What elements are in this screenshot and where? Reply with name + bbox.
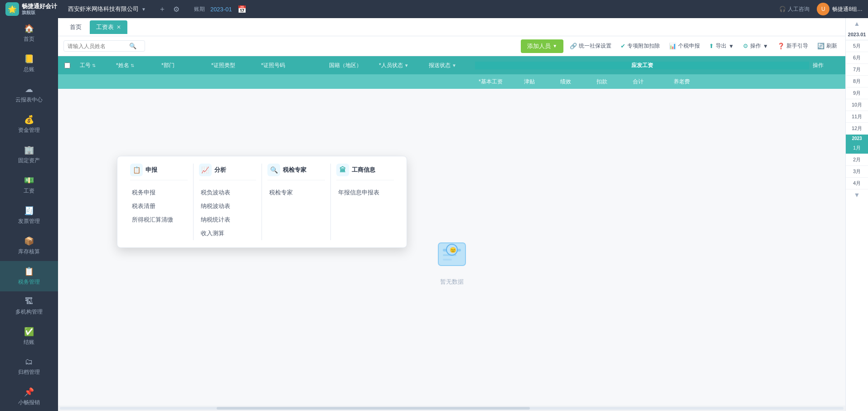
home-icon: 🏠 [24, 24, 34, 34]
year-panel: ▲ 2023.01 5月 6月 7月 8月 9月 10月 11月 12月 202… [845, 18, 868, 411]
toolbar-right: 添加人员 ▼ 🔗 统一社保设置 ✔ 专项附加扣除 📊 个税申报 ⬆ 导 [521, 39, 840, 53]
tax-burden-item[interactable]: 税负波动表 [199, 186, 257, 199]
select-all-checkbox[interactable] [64, 63, 70, 68]
tax-declaration-item[interactable]: 税务申报 [130, 186, 188, 199]
income-tax-calc-item[interactable]: 所得税汇算清缴 [130, 213, 188, 227]
th-idnum-label: *证照号码 [261, 62, 285, 69]
new-guide-btn[interactable]: ❓ 新手引导 [775, 40, 811, 52]
sidebar-item-marketing[interactable]: 📌 小畅报销 [0, 382, 58, 411]
th-sub-total: 合计 [629, 78, 670, 86]
special-deduction-btn[interactable]: ✔ 专项附加扣除 [618, 40, 663, 52]
month-6[interactable]: 6月 [846, 52, 868, 64]
scroll-thumb[interactable] [217, 407, 530, 410]
month-8[interactable]: 8月 [846, 76, 868, 87]
refresh-icon: 🔄 [817, 43, 824, 49]
export-btn[interactable]: ⬆ 导出 ▼ [706, 40, 737, 52]
th-id-label: 工号 [80, 62, 91, 69]
income-calc-item[interactable]: 收入测算 [199, 227, 257, 240]
month-10[interactable]: 10月 [846, 99, 868, 111]
closing-icon: ✅ [24, 327, 34, 337]
year-header-2023: 2023.01 [846, 29, 868, 40]
table-header: 工号 ⇅ *姓名 ⇅ *部门 *证照类型 *证照号码 [58, 56, 845, 74]
tab-close-icon[interactable]: ✕ [116, 24, 121, 30]
sidebar-item-inventory[interactable]: 📦 库存核算 [0, 231, 58, 261]
filter-report-icon[interactable]: ▼ [452, 63, 456, 68]
logo-text: 畅捷通好会计 旗舰版 [22, 3, 57, 15]
sidebar-item-closing[interactable]: ✅ 结账 [0, 321, 58, 352]
search-input-wrap: 🔍 [63, 40, 145, 52]
app-version: 旗舰版 [22, 10, 57, 15]
th-ops: 操作 [809, 62, 845, 69]
sort-name-icon[interactable]: ⇅ [131, 63, 134, 68]
sidebar-item-salary[interactable]: 💵 工资 [0, 170, 58, 200]
top-bar-actions: ＋ ⚙ 账期 2023-01 📅 [157, 3, 248, 16]
year-up-btn[interactable]: ▲ [846, 18, 868, 29]
filter-status-icon[interactable]: ▼ [404, 63, 409, 68]
tax-expert-item[interactable]: 税检专家 [267, 186, 325, 199]
month-7[interactable]: 7月 [846, 64, 868, 76]
th-sub-bonus: 津贴 [520, 78, 557, 86]
svg-rect-3 [443, 259, 452, 261]
logo-icon: 🌟 [5, 2, 19, 16]
new-guide-label: 新手引导 [786, 42, 808, 50]
th-idnum: *证照号码 [257, 62, 325, 69]
month-12[interactable]: 12月 [846, 123, 868, 135]
tax-stats-item[interactable]: 纳税统计表 [199, 213, 257, 227]
sidebar-item-tax[interactable]: 📋 税务管理 [0, 261, 58, 291]
sidebar-item-invoice[interactable]: 🧾 发票管理 [0, 200, 58, 231]
operations-btn[interactable]: ⚙ 操作 ▼ [740, 40, 771, 52]
year-down-btn[interactable]: ▼ [846, 189, 868, 200]
app-name: 畅捷通好会计 [22, 3, 57, 10]
export-label: 导出 [716, 42, 727, 50]
sidebar-item-ledger[interactable]: 📒 总账 [0, 48, 58, 79]
sidebar-item-cloud-report[interactable]: ☁ 云报表中心 [0, 79, 58, 109]
add-company-icon[interactable]: ＋ [157, 3, 168, 16]
tax-icon: 📋 [24, 266, 34, 276]
month-1[interactable]: 1月 [846, 142, 868, 154]
sort-id-icon[interactable]: ⇅ [92, 63, 96, 68]
user-avatar-area[interactable]: U 畅捷通8组… [817, 3, 863, 15]
scroll-container [58, 406, 845, 411]
sidebar-item-archive[interactable]: 🗂 归档管理 [0, 352, 58, 382]
scroll-bar[interactable] [58, 406, 845, 411]
customer-service-btn[interactable]: 🎧 人工咨询 [779, 5, 810, 13]
section-analysis-label: 分析 [214, 166, 226, 174]
tax-table-clear-item[interactable]: 税表清册 [130, 199, 188, 213]
sidebar-item-fixed-assets[interactable]: 🏢 固定资产 [0, 140, 58, 170]
tax-fluctuation-item[interactable]: 纳税波动表 [199, 199, 257, 213]
calendar-icon[interactable]: 📅 [236, 3, 248, 15]
month-4[interactable]: 4月 [846, 178, 868, 189]
sidebar-label-fund: 资金管理 [18, 126, 40, 134]
th-dept-label: *部门 [161, 62, 175, 69]
annual-report-item[interactable]: 年报信息申报表 [336, 186, 394, 199]
analysis-icon: 📈 [199, 164, 212, 176]
month-11[interactable]: 11月 [846, 111, 868, 123]
ops-icon: ⚙ [743, 43, 748, 49]
personal-tax-btn[interactable]: 📊 个税申报 [666, 40, 703, 52]
social-insurance-btn[interactable]: 🔗 统一社保设置 [567, 40, 614, 52]
sidebar-item-home[interactable]: 🏠 首页 [0, 18, 58, 48]
scroll-track [60, 407, 844, 410]
add-person-button[interactable]: 添加人员 ▼ [521, 39, 563, 53]
archive-icon: 🗂 [25, 357, 33, 367]
month-2[interactable]: 2月 [846, 154, 868, 166]
table-header-inner: 工号 ⇅ *姓名 ⇅ *部门 *证照类型 *证照号码 [58, 62, 845, 69]
month-9[interactable]: 9月 [846, 87, 868, 99]
company-selector[interactable]: 西安虾米网络科技有限公司 ▼ [64, 3, 150, 15]
th-nation-label: 国籍（地区） [329, 62, 362, 69]
search-input[interactable] [68, 43, 126, 49]
year-divider-2023: 2023 [846, 135, 868, 142]
tab-salary-table[interactable]: 工资表 ✕ [90, 20, 127, 34]
sidebar-item-multi-org[interactable]: 🏗 多机构管理 [0, 291, 58, 321]
th-sub-deduct: 扣款 [593, 78, 629, 86]
refresh-btn[interactable]: 🔄 刷新 [815, 40, 840, 52]
period-value[interactable]: 2023-01 [210, 6, 232, 13]
tab-home[interactable]: 首页 [63, 20, 88, 34]
header-checkbox[interactable] [58, 63, 76, 68]
month-3[interactable]: 3月 [846, 166, 868, 178]
settings-icon[interactable]: ⚙ [171, 3, 181, 15]
main-layout: 🏠 首页 📒 总账 ☁ 云报表中心 💰 资金管理 🏢 固定资产 💵 工资 🧾 发… [0, 18, 868, 411]
sidebar-label-marketing: 小畅报销 [18, 399, 40, 406]
sidebar-item-fund[interactable]: 💰 资金管理 [0, 109, 58, 140]
month-5[interactable]: 5月 [846, 40, 868, 52]
